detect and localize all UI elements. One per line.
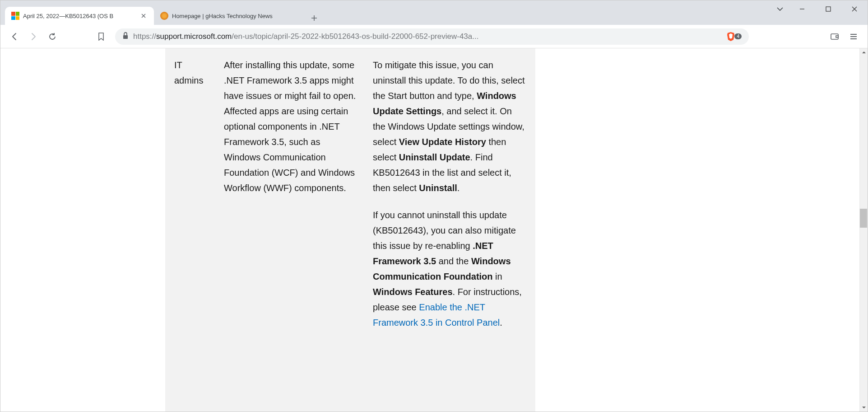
close-window-button[interactable] (841, 0, 868, 18)
brave-shield[interactable]: 4 (726, 32, 742, 42)
scroll-up-arrow[interactable] (860, 48, 868, 56)
tab-search-button[interactable] (771, 0, 789, 18)
shield-count-badge: 4 (734, 33, 742, 39)
address-bar[interactable]: https://support.microsoft.com/en-us/topi… (115, 28, 749, 45)
issue-cell: After installing this update, some .NET … (224, 57, 359, 342)
kb-table-row: IT admins After installing this update, … (174, 57, 526, 342)
page-content: IT admins After installing this update, … (0, 48, 868, 412)
lock-icon (122, 32, 129, 41)
svg-rect-2 (831, 34, 838, 39)
scroll-thumb[interactable] (860, 209, 867, 228)
svg-rect-3 (836, 36, 838, 37)
toolbar: https://support.microsoft.com/en-us/topi… (0, 25, 868, 48)
tab-title: April 25, 2022—KB5012643 (OS B (23, 13, 136, 19)
mitigation-paragraph-2: If you cannot uninstall this update (KB5… (373, 207, 526, 330)
tab-inactive[interactable]: Homepage | gHacks Technology News (154, 7, 303, 25)
forward-button[interactable] (25, 28, 42, 45)
browser-window: April 25, 2022—KB5012643 (OS B Homepage … (0, 0, 868, 412)
article-body: IT admins After installing this update, … (165, 48, 535, 412)
window-controls (789, 0, 868, 18)
mitigation-paragraph-1: To mitigate this issue, you can uninstal… (373, 57, 526, 196)
vertical-scrollbar[interactable] (859, 48, 868, 412)
ghacks-favicon (160, 12, 168, 20)
url-text: https://support.microsoft.com/en-us/topi… (133, 32, 722, 41)
tab-strip: April 25, 2022—KB5012643 (OS B Homepage … (0, 0, 771, 25)
maximize-button[interactable] (815, 0, 841, 18)
svg-rect-0 (826, 7, 831, 11)
url-domain: support.microsoft.com (156, 32, 232, 41)
audience-cell: IT admins (174, 57, 210, 342)
scroll-down-arrow[interactable] (860, 403, 868, 412)
titlebar: April 25, 2022—KB5012643 (OS B Homepage … (0, 0, 868, 25)
svg-rect-1 (123, 35, 128, 39)
menu-button[interactable] (845, 28, 862, 45)
wallet-button[interactable] (826, 28, 843, 45)
minimize-button[interactable] (789, 0, 815, 18)
close-icon[interactable] (139, 12, 148, 20)
tab-active[interactable]: April 25, 2022—KB5012643 (OS B (5, 7, 154, 25)
bookmark-button[interactable] (93, 28, 110, 45)
tab-title: Homepage | gHacks Technology News (172, 13, 297, 19)
url-path: /en-us/topic/april-25-2022-kb5012643-os-… (232, 32, 478, 41)
new-tab-button[interactable] (307, 11, 321, 25)
reload-button[interactable] (44, 28, 61, 45)
workaround-cell: To mitigate this issue, you can uninstal… (373, 57, 526, 342)
brave-lion-icon (726, 32, 735, 42)
url-prefix: https:// (133, 32, 156, 41)
back-button[interactable] (6, 28, 23, 45)
microsoft-favicon (11, 12, 19, 20)
